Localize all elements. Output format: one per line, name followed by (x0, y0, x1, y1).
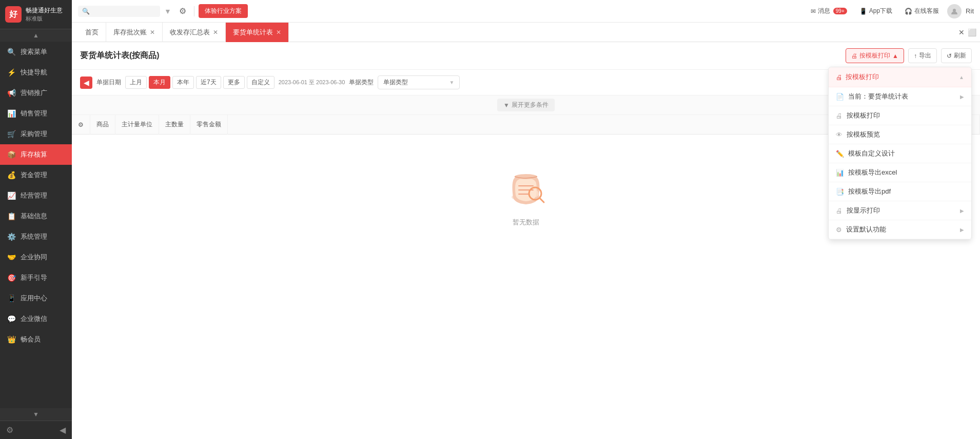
date-btn-7days[interactable]: 近7天 (196, 76, 221, 89)
dropdown-set-default[interactable]: ⚙ 设置默认功能 ▶ (829, 220, 971, 239)
dropdown-current-template[interactable]: 📄 当前：要货单统计表 ▶ (829, 87, 971, 106)
order-type-select[interactable]: 单据类型 ▼ (378, 75, 460, 89)
dropdown-template-excel[interactable]: 📊 按模板导出excel (829, 163, 971, 182)
date-btn-custom[interactable]: 自定义 (247, 76, 275, 89)
appstore-icon: 📱 (6, 293, 16, 303)
main-content: 🔍 ▼ ⚙ 体验行业方案 ✉ 消息 99+ 📱 App下载 🎧 在线客服 Rit… (72, 0, 980, 439)
print-icon: 🖨 (851, 52, 857, 60)
sidebar-item-quick-nav[interactable]: ⚡ 快捷导航 (0, 62, 72, 83)
sidebar-item-inventory[interactable]: 📦 库存核算 (0, 144, 72, 165)
date-btn-more[interactable]: 更多 (223, 76, 245, 89)
display-print-chevron: ▶ (960, 208, 964, 214)
expand-chevron-icon: ▼ (503, 102, 509, 109)
window-controls: ✕ ⬜ (957, 28, 976, 36)
export-button[interactable]: ↑ 导出 (908, 48, 937, 63)
sidebar-item-collab[interactable]: 🤝 企业协同 (0, 247, 72, 268)
sales-icon: 📊 (6, 108, 16, 119)
sidebar-item-member[interactable]: 👑 畅会员 (0, 329, 72, 350)
tab-inventory-batch-close[interactable]: ✕ (150, 29, 155, 36)
svg-line-7 (540, 198, 544, 202)
sidebar-item-appstore[interactable]: 📱 应用中心 (0, 288, 72, 309)
user-avatar[interactable] (947, 4, 962, 18)
tab-receipts-summary[interactable]: 收发存汇总表 ✕ (163, 23, 226, 42)
refresh-button[interactable]: ↺ 刷新 (941, 48, 972, 63)
topbar-gear-button[interactable]: ⚙ (175, 4, 190, 18)
dropdown-print-icon: 🖨 (836, 73, 842, 81)
sidebar-item-sales[interactable]: 📊 销售管理 (0, 103, 72, 124)
dropdown-chevron-up[interactable]: ▲ (959, 74, 964, 80)
filter-expand-button[interactable]: ◀ (80, 77, 92, 89)
search-nav-icon: 🔍 (6, 47, 16, 57)
svg-point-6 (532, 190, 539, 197)
wechat-icon: 💬 (6, 314, 16, 324)
sidebar-item-system[interactable]: ⚙️ 系统管理 (0, 226, 72, 247)
topbar-chevron-icon[interactable]: ▼ (164, 7, 171, 15)
date-btn-this-month[interactable]: 本月 (149, 76, 170, 89)
date-btn-last-month[interactable]: 上月 (125, 76, 147, 89)
message-button[interactable]: ✉ 消息 99+ (807, 5, 851, 17)
sidebar-item-guide[interactable]: 🎯 新手引导 (0, 268, 72, 288)
window-close-button[interactable]: ✕ (957, 28, 966, 36)
trial-button[interactable]: 体验行业方案 (199, 4, 248, 18)
expand-more-button[interactable]: ▼ 展开更多条件 (497, 99, 555, 111)
sidebar-scroll-up[interactable]: ▲ (0, 29, 72, 42)
online-service-button[interactable]: 🎧 在线客服 (900, 5, 943, 17)
template-pdf-icon: 📑 (836, 188, 844, 196)
message-badge: 99+ (833, 8, 847, 14)
print-template-button[interactable]: 🖨 按模板打印 ▲ (846, 48, 904, 63)
empty-icon (500, 165, 552, 212)
th-product: 商品 (90, 115, 115, 135)
basic-icon: 📋 (6, 211, 16, 221)
date-btn-this-year[interactable]: 本年 (172, 76, 194, 89)
template-design-icon: ✏️ (836, 150, 844, 158)
dropdown-template-design[interactable]: ✏️ 模板自定义设计 (829, 144, 971, 163)
page-title: 要货单统计表(按商品) (80, 50, 160, 61)
tab-home[interactable]: 首页 (78, 23, 106, 42)
sidebar-item-finance[interactable]: 💰 资金管理 (0, 165, 72, 185)
sidebar-item-purchase[interactable]: 🛒 采购管理 (0, 124, 72, 144)
sidebar-gear-icon[interactable]: ⚙ (6, 425, 13, 435)
topbar-search[interactable]: 🔍 (78, 6, 160, 17)
inventory-icon: 📦 (6, 149, 16, 160)
sidebar-collapse-icon[interactable]: ◀ (60, 425, 66, 435)
topbar-search-icon: 🔍 (82, 8, 90, 15)
current-template-chevron: ▶ (960, 94, 964, 100)
sidebar-item-search[interactable]: 🔍 搜索菜单 (0, 42, 72, 62)
page-area: 要货单统计表(按商品) 🖨 按模板打印 ▲ 🖨 按模板打印 (72, 42, 980, 439)
sidebar-item-basic[interactable]: 📋 基础信息 (0, 206, 72, 226)
set-default-icon: ⚙ (836, 226, 842, 234)
sidebar-item-operation[interactable]: 📈 经营管理 (0, 185, 72, 206)
order-type-chevron: ▼ (449, 80, 454, 85)
system-icon: ⚙️ (6, 232, 16, 242)
sidebar-scroll-down[interactable]: ▼ (0, 408, 72, 421)
set-default-chevron: ▶ (960, 227, 964, 233)
app-logo-text: 畅捷通好生意 标准版 (26, 6, 63, 23)
date-filter-label: 单据日期 (96, 78, 121, 87)
page-inner: 要货单统计表(按商品) 🖨 按模板打印 ▲ 🖨 按模板打印 (72, 42, 980, 439)
tab-order-stat[interactable]: 要货单统计表 ✕ (226, 23, 289, 42)
tab-receipts-summary-close[interactable]: ✕ (213, 29, 218, 36)
tabs-bar: 首页 库存批次账 ✕ 收发存汇总表 ✕ 要货单统计表 ✕ ✕ ⬜ (72, 23, 980, 42)
sidebar-nav: 🔍 搜索菜单 ⚡ 快捷导航 📢 营销推广 📊 销售管理 🛒 采购管理 📦 库存核… (0, 42, 72, 408)
th-settings[interactable]: ⚙ (72, 115, 90, 135)
current-template-icon: 📄 (836, 93, 844, 101)
dropdown-template-print[interactable]: 🖨 按模板打印 (829, 106, 971, 125)
tab-inventory-batch[interactable]: 库存批次账 ✕ (106, 23, 163, 42)
dropdown-display-print[interactable]: 🖨 按显示打印 ▶ (829, 201, 971, 220)
dropdown-template-preview[interactable]: 👁 按模板预览 (829, 125, 971, 144)
sidebar-item-marketing[interactable]: 📢 营销推广 (0, 83, 72, 103)
app-download-button[interactable]: 📱 App下载 (855, 5, 896, 17)
sidebar-bottom: ⚙ ◀ (0, 421, 72, 439)
window-maximize-button[interactable]: ⬜ (968, 28, 976, 36)
th-qty: 主数量 (159, 115, 190, 135)
tab-order-stat-close[interactable]: ✕ (276, 29, 281, 36)
guide-icon: 🎯 (6, 273, 16, 283)
template-excel-icon: 📊 (836, 169, 844, 177)
table-settings-icon[interactable]: ⚙ (78, 121, 84, 128)
template-preview-icon: 👁 (836, 131, 842, 139)
print-template-dropdown: 🖨 按模板打印 ▲ 📄 当前：要货单统计表 ▶ (828, 67, 972, 240)
date-filter: 上月 本月 本年 近7天 更多 自定义 (125, 76, 275, 89)
sidebar-item-wechat[interactable]: 💬 企业微信 (0, 309, 72, 329)
dropdown-template-pdf[interactable]: 📑 按模板导出pdf (829, 182, 971, 201)
message-icon: ✉ (811, 8, 816, 15)
